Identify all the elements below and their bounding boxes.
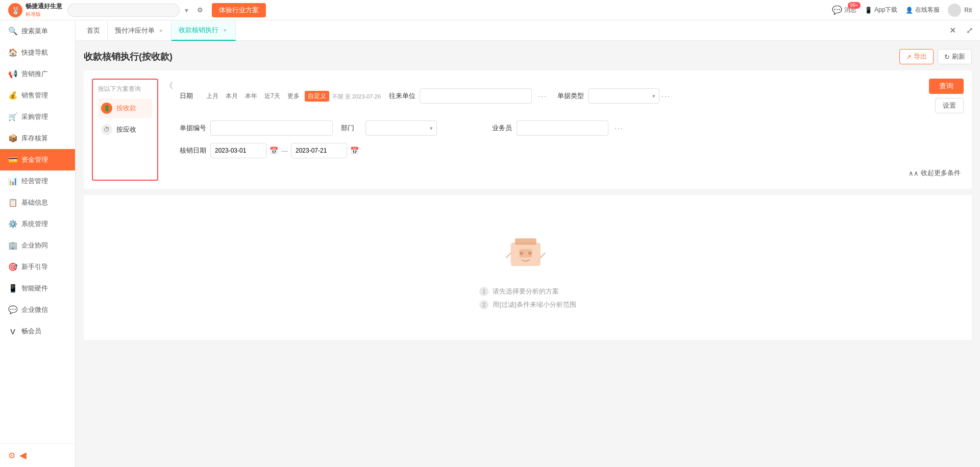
sidebar-item-search[interactable]: 🔍 搜索菜单 xyxy=(0,20,75,42)
staff-label: 业务员 xyxy=(492,124,512,133)
query-btn[interactable]: 查询 xyxy=(929,79,964,94)
refresh-btn[interactable]: ↻ 刷新 xyxy=(938,49,972,64)
inventory-icon: 📦 xyxy=(8,134,17,143)
main-layout: 🔍 搜索菜单 🏠 快捷导航 📢 营销推广 💰 销售管理 🛒 采购管理 📦 库存核… xyxy=(0,20,980,467)
sidebar-item-guide[interactable]: 🎯 新手引导 xyxy=(0,256,75,278)
verify-date-end-input[interactable] xyxy=(291,143,347,158)
verify-date-range: 📅 — 📅 xyxy=(210,143,359,158)
tab-receipt-close[interactable]: × xyxy=(222,27,228,34)
verify-date-start-calendar-icon[interactable]: 📅 xyxy=(270,146,278,155)
tab-prepay-close[interactable]: × xyxy=(158,27,164,34)
sidebar-item-wechat[interactable]: 💬 企业微信 xyxy=(0,299,75,321)
service-btn[interactable]: 👤 在线客服 xyxy=(905,6,940,14)
date-shortcuts: 上月 本月 本年 近7天 更多 自定义 不限 至 2023-07-26 xyxy=(204,91,381,102)
basic-icon: 📋 xyxy=(8,198,17,207)
app-name: 畅捷通好生意 xyxy=(26,2,62,11)
system-icon: ⚙️ xyxy=(8,219,17,229)
member-icon: V xyxy=(8,327,17,336)
receipt-option-icon: 💲 xyxy=(101,103,112,114)
filter-panel: 按以下方案查询 💲 按收款 ⏱ 按应收 《 xyxy=(84,70,972,189)
staff-input[interactable] xyxy=(517,120,608,136)
industry-btn[interactable]: 体验行业方案 xyxy=(212,3,266,17)
sidebar-item-basic[interactable]: 📋 基础信息 xyxy=(0,192,75,213)
verify-date-start-input[interactable] xyxy=(210,143,266,158)
doc-no-label: 单据编号 xyxy=(180,124,206,133)
tab-prepay[interactable]: 预付冲应付单 × xyxy=(108,20,172,41)
doc-type-select[interactable] xyxy=(588,88,659,104)
partner-field: 往来单位 ··· xyxy=(389,88,549,104)
tab-bar-expand-icon[interactable]: ⤢ xyxy=(963,24,976,36)
tip-num-1: 1 xyxy=(479,287,488,296)
settings-icon[interactable]: ⚙ xyxy=(193,4,207,17)
shortcut-custom[interactable]: 自定义 xyxy=(305,91,329,102)
sidebar-item-system[interactable]: ⚙️ 系统管理 xyxy=(0,213,75,235)
doc-type-field: 单据类型 ··· xyxy=(557,88,700,104)
sidebar-item-purchase[interactable]: 🛒 采购管理 xyxy=(0,106,75,128)
wechat-icon: 💬 xyxy=(8,305,17,314)
collapse-sidebar-btn[interactable]: ◀ xyxy=(19,450,27,461)
bottom-settings-icon[interactable]: ⚙ xyxy=(8,451,15,460)
filter-collapse-btn[interactable]: 《 xyxy=(164,79,174,91)
shortcut-more[interactable]: 更多 xyxy=(285,91,302,102)
tip-num-2: 2 xyxy=(479,300,488,309)
search-input[interactable] xyxy=(67,4,180,17)
tab-home[interactable]: 首页 xyxy=(80,20,108,41)
refresh-icon: ↻ xyxy=(944,53,950,61)
empty-state: 1 请先选择要分析的方案 2 用[过滤]条件来缩小分析范围 xyxy=(84,195,972,340)
filter-sidebar-title: 按以下方案查询 xyxy=(98,85,152,93)
svg-line-5 xyxy=(506,253,510,257)
filter-actions: 查询 设置 xyxy=(929,79,964,113)
shortcut-last-month[interactable]: 上月 xyxy=(204,91,220,102)
export-icon: ↗ xyxy=(906,53,912,61)
partner-input[interactable] xyxy=(420,88,532,104)
filter-row-2: 单据编号 部门 业务员 xyxy=(180,120,964,136)
sidebar-item-hardware[interactable]: 📱 智能硬件 xyxy=(0,278,75,299)
staff-more-icon[interactable]: ··· xyxy=(612,124,626,132)
staff-field: 业务员 ··· xyxy=(492,120,635,136)
page-content: 收款核销执行(按收款) ↗ 导出 ↻ 刷新 按以下方案查询 xyxy=(76,41,980,467)
dept-select[interactable] xyxy=(365,120,437,136)
purchase-icon: 🛒 xyxy=(8,112,17,121)
sidebar-item-member[interactable]: V 畅会员 xyxy=(0,321,75,342)
sidebar-item-finance[interactable]: 💳 资金管理 xyxy=(0,149,75,170)
verify-date-end-calendar-icon[interactable]: 📅 xyxy=(350,146,359,155)
sidebar-item-enterprise[interactable]: 🏢 企业协同 xyxy=(0,235,75,256)
app-download-btn[interactable]: 📱 App下载 xyxy=(865,6,897,14)
page-title: 收款核销执行(按收款) xyxy=(84,51,173,63)
sidebar: 🔍 搜索菜单 🏠 快捷导航 📢 营销推广 💰 销售管理 🛒 采购管理 📦 库存核… xyxy=(0,20,76,467)
sidebar-item-marketing[interactable]: 📢 营销推广 xyxy=(0,63,75,85)
collapse-more-btn[interactable]: ∧∧ 收起更多条件 xyxy=(905,165,964,181)
sidebar-item-inventory[interactable]: 📦 库存核算 xyxy=(0,128,75,149)
doc-no-input[interactable] xyxy=(210,120,333,136)
quick-nav-icon: 🏠 xyxy=(8,48,17,57)
filter-settings-btn[interactable]: 设置 xyxy=(935,98,964,113)
doc-type-more-icon[interactable]: ··· xyxy=(659,92,673,100)
tab-receipt[interactable]: 收款核销执行 × xyxy=(172,20,235,41)
filter-option-by-receipt[interactable]: 💲 按收款 xyxy=(98,99,152,118)
shortcut-this-month[interactable]: 本月 xyxy=(224,91,240,102)
message-btn[interactable]: 💬 消息 99+ xyxy=(832,5,856,15)
export-btn[interactable]: ↗ 导出 xyxy=(899,49,934,64)
partner-more-icon[interactable]: ··· xyxy=(536,92,549,100)
shortcut-7days[interactable]: 近7天 xyxy=(262,91,282,102)
logo: 🐰 畅捷通好生意 标准版 xyxy=(8,2,62,18)
sidebar-bottom: ⚙ ◀ xyxy=(0,443,75,467)
sidebar-item-operations[interactable]: 📊 经营管理 xyxy=(0,170,75,192)
sidebar-item-quick-nav[interactable]: 🏠 快捷导航 xyxy=(0,42,75,63)
doc-type-label: 单据类型 xyxy=(557,91,584,101)
dropdown-btn[interactable]: ▾ xyxy=(185,6,188,14)
shortcut-this-year[interactable]: 本年 xyxy=(243,91,259,102)
dept-field: 部门 xyxy=(341,120,484,136)
tab-bar: 首页 预付冲应付单 × 收款核销执行 × ✕ ⤢ xyxy=(76,20,980,41)
tab-bar-close-icon[interactable]: ✕ xyxy=(946,24,959,36)
top-bar-right: 💬 消息 99+ 📱 App下载 👤 在线客服 Rit xyxy=(832,4,972,17)
collapse-more-row: ∧∧ 收起更多条件 xyxy=(180,165,964,181)
filter-row-1: 日期 上月 本月 本年 近7天 更多 自定义 不限 至 2023-07-26 xyxy=(180,79,964,113)
logo-icon: 🐰 xyxy=(8,3,22,17)
dept-select-wrapper xyxy=(365,120,437,136)
filter-option-by-receivable[interactable]: ⏱ 按应收 xyxy=(98,120,152,139)
svg-point-3 xyxy=(520,252,523,255)
content-area: 首页 预付冲应付单 × 收款核销执行 × ✕ ⤢ 收款核销执行(按收款) ↗ xyxy=(76,20,980,467)
doc-type-select-wrapper xyxy=(588,88,659,104)
sidebar-item-sales[interactable]: 💰 销售管理 xyxy=(0,85,75,106)
